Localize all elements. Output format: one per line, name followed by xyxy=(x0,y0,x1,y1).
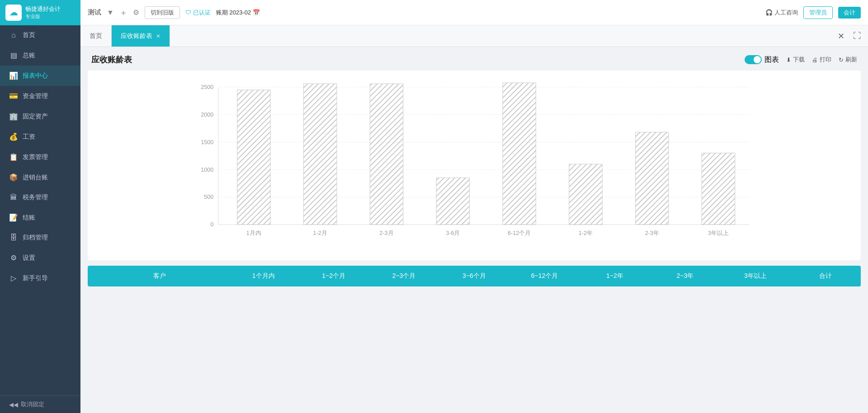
print-button[interactable]: 🖨 打印 xyxy=(812,56,831,64)
th-3y-plus: 3年以上 xyxy=(720,266,790,286)
dropdown-arrow-icon[interactable]: ▼ xyxy=(107,9,114,17)
sidebar-item-guide[interactable]: ▷ 新手引导 xyxy=(0,268,80,288)
bar-1-2月 xyxy=(303,84,336,225)
content-inner: 应收账龄表 图表 ⬇ 下载 🖨 打印 ↻ xyxy=(80,47,868,413)
svg-text:500: 500 xyxy=(204,194,213,200)
cancel-fixed-label: 取消固定 xyxy=(21,400,44,408)
tabbar: 首页 应收账龄表 ✕ ✕ ⛶ xyxy=(80,25,868,47)
page-header: 应收账龄表 图表 ⬇ 下载 🖨 打印 ↻ xyxy=(80,47,868,70)
sidebar-item-settle[interactable]: 📝 结账 xyxy=(0,207,80,228)
shield-icon: 🛡 xyxy=(185,9,191,16)
svg-text:2000: 2000 xyxy=(201,112,213,118)
tab-close-icon[interactable]: ✕ xyxy=(156,33,160,39)
download-button[interactable]: ⬇ 下载 xyxy=(786,56,805,64)
logo-name: 畅捷通好会计 xyxy=(25,5,61,13)
sidebar-label-settle: 结账 xyxy=(23,214,35,222)
page-title: 应收账龄表 xyxy=(91,54,132,65)
tab-home-label: 首页 xyxy=(90,32,102,40)
content: 应收账龄表 图表 ⬇ 下载 🖨 打印 ↻ xyxy=(80,47,868,413)
consult-label: 人工咨询 xyxy=(774,9,798,17)
chart-toggle[interactable] xyxy=(745,55,762,64)
th-1-2m: 1~2个月 xyxy=(298,266,368,286)
download-label: 下载 xyxy=(793,56,805,64)
refresh-label: 刷新 xyxy=(845,56,857,64)
sidebar-item-tax[interactable]: 🏛 税务管理 xyxy=(0,188,80,207)
tab-home[interactable]: 首页 xyxy=(80,25,112,47)
th-customer: 客户 xyxy=(88,266,228,286)
th-total: 合计 xyxy=(791,266,861,286)
sidebar-label-funds: 资金管理 xyxy=(23,92,48,100)
sidebar-label-archive: 归档管理 xyxy=(23,234,48,242)
svg-text:1-2年: 1-2年 xyxy=(579,230,593,236)
sidebar: ☁ 畅捷通好会计 专业版 ⌂ 首页 ▤ 总账 📊 报表中心 💳 资金管理 🏢 固… xyxy=(0,0,80,413)
th-1-2y: 1~2年 xyxy=(580,266,650,286)
old-version-button[interactable]: 切到旧版 xyxy=(145,6,180,19)
sidebar-label-invoice: 发票管理 xyxy=(23,153,48,161)
refresh-icon: ↻ xyxy=(839,56,844,63)
refresh-button[interactable]: ↻ 刷新 xyxy=(839,56,857,64)
expand-window-btn[interactable]: ⛶ xyxy=(850,29,864,43)
sidebar-label-wages: 工资 xyxy=(23,133,35,141)
sidebar-item-reports[interactable]: 📊 报表中心 xyxy=(0,66,80,86)
sidebar-item-wages[interactable]: 💰 工资 xyxy=(0,127,80,147)
sidebar-item-purchase[interactable]: 📦 进销台账 xyxy=(0,167,80,188)
role-button[interactable]: 会计 xyxy=(838,7,861,19)
sidebar-label-guide: 新手引导 xyxy=(23,274,48,282)
assets-icon: 🏢 xyxy=(9,112,18,121)
sidebar-item-ledger[interactable]: ▤ 总账 xyxy=(0,45,80,66)
print-icon: 🖨 xyxy=(812,56,818,63)
svg-text:2500: 2500 xyxy=(201,84,213,90)
main-area: 测试 ▼ ＋ ⚙ 切到旧版 🛡 已认证 账期 2023-02 📅 🎧 人工咨询 … xyxy=(80,0,868,413)
svg-text:3-6月: 3-6月 xyxy=(446,230,460,236)
print-label: 打印 xyxy=(820,56,831,64)
bar-3年以上 xyxy=(702,153,735,225)
svg-text:1000: 1000 xyxy=(201,167,213,173)
svg-text:0: 0 xyxy=(210,221,213,228)
chart-toggle-wrap: 图表 xyxy=(745,55,779,65)
sidebar-label-settings: 设置 xyxy=(23,254,35,262)
settings-icon: ⚙ xyxy=(9,253,18,262)
certified-text: 已认证 xyxy=(193,9,211,17)
home-icon: ⌂ xyxy=(9,31,18,39)
wages-icon: 💰 xyxy=(9,132,18,141)
sidebar-item-settings[interactable]: ⚙ 设置 xyxy=(0,248,80,268)
sidebar-logo: ☁ 畅捷通好会计 专业版 xyxy=(0,0,80,25)
page-actions: 图表 ⬇ 下载 🖨 打印 ↻ 刷新 xyxy=(745,55,857,65)
svg-text:2-3月: 2-3月 xyxy=(379,230,393,236)
svg-text:1-2月: 1-2月 xyxy=(313,230,327,236)
bar-1月内 xyxy=(237,90,270,225)
th-2-3m: 2~3个月 xyxy=(369,266,439,286)
pin-icon: ◀◀ xyxy=(9,401,18,408)
sidebar-item-archive[interactable]: 🗄 归档管理 xyxy=(0,228,80,248)
bar-3-6月 xyxy=(436,178,469,225)
bar-2-3年 xyxy=(636,132,669,225)
sidebar-item-home[interactable]: ⌂ 首页 xyxy=(0,25,80,45)
sidebar-menu: ⌂ 首页 ▤ 总账 📊 报表中心 💳 资金管理 🏢 固定资产 💰 工资 📋 发票… xyxy=(0,25,80,395)
cancel-fixed-btn[interactable]: ◀◀ 取消固定 xyxy=(0,395,80,413)
reports-icon: 📊 xyxy=(9,71,18,80)
tab-ar-aging-label: 应收账龄表 xyxy=(121,32,152,40)
add-tab-icon[interactable]: ＋ xyxy=(119,7,127,18)
topbar-title: 测试 xyxy=(88,8,101,17)
settings-icon[interactable]: ⚙ xyxy=(133,8,139,17)
archive-icon: 🗄 xyxy=(9,234,18,242)
close-window-btn[interactable]: ✕ xyxy=(834,29,848,43)
svg-text:6-12个月: 6-12个月 xyxy=(508,230,531,236)
consult-button[interactable]: 🎧 人工咨询 xyxy=(765,9,798,17)
table-header: 客户 1个月内 1~2个月 2~3个月 3~6个月 6~12个月 1~2年 2~… xyxy=(88,266,861,286)
manager-button[interactable]: 管理员 xyxy=(803,6,833,19)
sidebar-item-assets[interactable]: 🏢 固定资产 xyxy=(0,106,80,127)
svg-text:3年以上: 3年以上 xyxy=(708,230,729,236)
tab-ar-aging[interactable]: 应收账龄表 ✕ xyxy=(112,25,170,47)
th-6-12m: 6~12个月 xyxy=(509,266,580,286)
chart-area: 0 500 1000 1500 2000 2500 xyxy=(88,70,861,260)
sidebar-label-assets: 固定资产 xyxy=(23,113,48,121)
tab-icon-group: ✕ ⛶ xyxy=(834,25,868,47)
sidebar-item-invoice[interactable]: 📋 发票管理 xyxy=(0,147,80,167)
certified-badge: 🛡 已认证 xyxy=(185,9,211,17)
ledger-icon: ▤ xyxy=(9,51,18,60)
sidebar-label-purchase: 进销台账 xyxy=(23,174,48,182)
topbar: 测试 ▼ ＋ ⚙ 切到旧版 🛡 已认证 账期 2023-02 📅 🎧 人工咨询 … xyxy=(80,0,868,25)
headset-icon: 🎧 xyxy=(765,9,773,16)
sidebar-item-funds[interactable]: 💳 资金管理 xyxy=(0,86,80,106)
